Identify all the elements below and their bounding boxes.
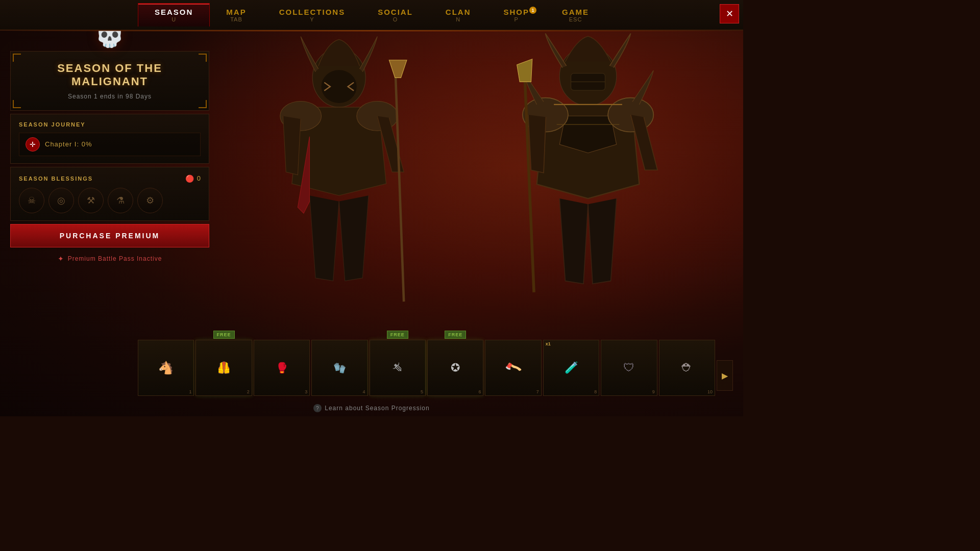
reward-box-7[interactable]: 🪓 7	[485, 340, 541, 396]
reward-item-7: 🪓 7	[485, 340, 541, 396]
blessings-header: SEASON BLESSINGS 🔴 0	[19, 174, 201, 183]
purchase-premium-button[interactable]: PURCHASE PREMIUM	[10, 224, 209, 247]
season-header: SEASON OF THE MALIGNANT Season 1 ends in…	[10, 51, 209, 111]
chapter-icon: ✛	[26, 137, 40, 152]
battlepass-icon: ✦	[58, 255, 64, 263]
reward-free-badge-5: FREE	[387, 331, 408, 339]
reward-item-4: 🧤 4	[311, 340, 368, 396]
warrior-left	[235, 31, 443, 325]
close-button[interactable]: ✕	[720, 4, 739, 23]
reward-item-10: ⛑ 10	[659, 340, 715, 396]
reward-free-badge-2: FREE	[213, 331, 235, 339]
reward-free-badge-6: FREE	[445, 331, 466, 339]
svg-point-1	[322, 70, 357, 103]
reward-box-8[interactable]: x1 🧪 8	[543, 340, 599, 396]
learn-label: Learn about Season Progression	[325, 405, 429, 412]
reward-icon-sword: 🗡	[388, 358, 407, 377]
blessing-flask[interactable]: ⚗	[108, 188, 133, 213]
blessing-gear[interactable]: ⚙	[137, 188, 163, 213]
reward-item-8: x1 🧪 8	[543, 340, 599, 396]
learn-bar: ? Learn about Season Progression	[0, 403, 743, 413]
reward-box-3[interactable]: 🥊 3	[254, 340, 310, 396]
season-panel: 💀 SEASON OF THE MALIGNANT Season 1 ends …	[10, 36, 209, 267]
reward-box-1[interactable]: 🐴 1	[138, 340, 194, 396]
reward-num-5: 5	[421, 389, 423, 394]
reward-box-4[interactable]: 🧤 4	[311, 340, 368, 396]
reward-box-6[interactable]: ✪ 6	[427, 340, 483, 396]
blessing-count-icon: 🔴	[185, 174, 194, 183]
reward-item-9: 🛡 9	[601, 340, 657, 396]
rewards-row: 🐴 1 FREE 🦺 2 🥊 3 🧤 4 FREE 🗡 5 FREE	[138, 331, 715, 396]
blessings-count: 🔴 0	[185, 174, 201, 183]
reward-icon-shield: 🛡	[623, 361, 634, 374]
reward-item-6: FREE ✪ 6	[427, 331, 483, 396]
blessing-skull[interactable]: ☠	[19, 188, 44, 213]
reward-item-2: FREE 🦺 2	[195, 331, 252, 396]
nav-game[interactable]: GAME ESC	[546, 4, 605, 27]
season-subtitle: Season 1 ends in 98 Days	[21, 93, 199, 100]
character-display	[194, 31, 713, 365]
chapter-label: Chapter I: 0%	[45, 140, 92, 148]
reward-num-1: 1	[189, 389, 191, 394]
svg-line-10	[524, 65, 534, 292]
battlepass-label: Premium Battle Pass Inactive	[68, 255, 162, 262]
reward-box-10[interactable]: ⛑ 10	[659, 340, 715, 396]
reward-num-8: 8	[594, 389, 597, 394]
reward-icon-axe: 🪓	[504, 359, 522, 377]
warrior-right	[489, 31, 687, 315]
reward-num-3: 3	[305, 389, 307, 394]
season-title: SEASON OF THE MALIGNANT	[21, 62, 199, 89]
reward-box-9[interactable]: 🛡 9	[601, 340, 657, 396]
nav-clan[interactable]: CLAN N	[429, 4, 487, 27]
blessings-title: SEASON BLESSINGS	[19, 176, 93, 182]
nav-map[interactable]: MAP TAB	[210, 4, 262, 27]
reward-num-6: 6	[478, 389, 481, 394]
journey-chapter[interactable]: ✛ Chapter I: 0%	[19, 133, 201, 156]
reward-num-2: 2	[247, 389, 250, 394]
reward-x1-8: x1	[546, 341, 551, 346]
reward-box-2[interactable]: 🦺 2	[195, 340, 252, 396]
nav-season[interactable]: SEASON U	[138, 3, 210, 27]
nav-shop[interactable]: SHOP P 1	[487, 4, 546, 27]
shop-badge: 1	[529, 7, 536, 14]
season-blessings-section: SEASON BLESSINGS 🔴 0 ☠ ◎ ⚒ ⚗ ⚙	[10, 167, 209, 221]
reward-item-1: 🐴 1	[138, 340, 194, 396]
battlepass-status: ✦ Premium Battle Pass Inactive	[10, 251, 209, 267]
blessings-grid: ☠ ◎ ⚒ ⚗ ⚙	[19, 188, 201, 213]
purchase-section: PURCHASE PREMIUM ✦ Premium Battle Pass I…	[10, 224, 209, 267]
reward-box-5[interactable]: 🗡 5	[370, 340, 426, 396]
season-journey-section: SEASON JOURNEY ✛ Chapter I: 0%	[10, 114, 209, 164]
rewards-next-arrow[interactable]: ▶	[717, 360, 733, 391]
nav-collections[interactable]: COLLECTIONS Y	[263, 4, 362, 27]
reward-icon-helm: ⛑	[681, 361, 693, 374]
nav-social[interactable]: SOCIAL O	[361, 4, 429, 27]
reward-icon-potion: 🧪	[565, 361, 578, 374]
reward-num-7: 7	[536, 389, 539, 394]
season-header-wrap: 💀 SEASON OF THE MALIGNANT Season 1 ends …	[10, 36, 209, 111]
reward-icon-armor: 🦺	[217, 361, 231, 374]
top-navigation: SEASON U MAP TAB COLLECTIONS Y SOCIAL O …	[0, 0, 743, 31]
reward-item-3: 🥊 3	[254, 340, 310, 396]
blessing-hammer[interactable]: ⚒	[78, 188, 104, 213]
blessing-target[interactable]: ◎	[48, 188, 74, 213]
svg-line-4	[395, 60, 404, 302]
learn-link[interactable]: ? Learn about Season Progression	[313, 404, 429, 412]
reward-num-4: 4	[363, 389, 365, 394]
reward-icon-horse: 🐴	[158, 361, 174, 375]
reward-num-10: 10	[707, 389, 713, 394]
reward-item-5: FREE 🗡 5	[370, 331, 426, 396]
journey-title: SEASON JOURNEY	[19, 121, 201, 128]
reward-num-9: 9	[652, 389, 655, 394]
learn-icon: ?	[313, 404, 322, 412]
reward-icon-gauntlet: 🥊	[276, 362, 288, 374]
reward-icon-gloves: 🧤	[333, 362, 346, 374]
reward-icon-emblem: ✪	[451, 361, 460, 374]
